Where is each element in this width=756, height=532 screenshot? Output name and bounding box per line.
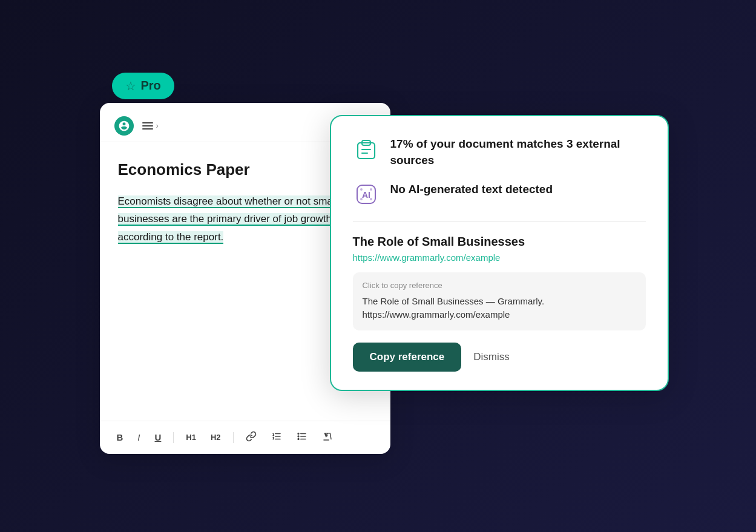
source-title: The Role of Small Businesses	[353, 235, 646, 249]
source-url[interactable]: https://www.grammarly.com/example	[353, 252, 646, 263]
h1-button[interactable]: H1	[183, 432, 199, 443]
menu-icon[interactable]	[142, 122, 153, 130]
ordered-list-button[interactable]	[269, 430, 284, 445]
svg-point-8	[298, 439, 299, 440]
doc-toolbar: B I U H1 H2	[100, 421, 390, 454]
clear-format-button[interactable]	[320, 430, 335, 445]
svg-point-7	[298, 436, 299, 437]
grammarly-logo	[114, 116, 134, 136]
svg-point-18	[370, 188, 372, 191]
svg-point-6	[298, 433, 299, 435]
underline-button[interactable]: U	[153, 431, 164, 444]
svg-point-19	[360, 198, 363, 200]
chevron-right-icon: ›	[156, 121, 159, 130]
h2-button[interactable]: H2	[208, 432, 223, 443]
stat-ai-text: No AI-generated text detected	[390, 181, 553, 198]
bold-button[interactable]: B	[114, 431, 126, 444]
reference-hint: Click to copy reference	[363, 281, 636, 290]
stat-matches-text: 17% of your document matches 3 external …	[390, 136, 646, 169]
star-icon: ☆	[125, 79, 136, 93]
panel-divider	[353, 221, 646, 222]
svg-text:AI: AI	[362, 190, 370, 200]
toolbar-separator-2	[233, 432, 234, 443]
svg-point-20	[370, 198, 372, 200]
clipboard-icon	[353, 136, 380, 162]
pro-badge[interactable]: ☆ Pro	[112, 73, 174, 99]
italic-button[interactable]: I	[135, 431, 142, 444]
reference-text: The Role of Small Businesses — Grammarly…	[363, 295, 636, 322]
doc-menu[interactable]: ›	[142, 121, 159, 130]
unordered-list-button[interactable]	[294, 430, 310, 445]
stat-ai: AI No AI-generated text detected	[353, 181, 646, 208]
pro-label: Pro	[141, 79, 161, 93]
svg-line-10	[330, 434, 331, 439]
copy-reference-button[interactable]: Copy reference	[353, 343, 462, 372]
ai-icon: AI	[353, 181, 380, 208]
toolbar-separator	[173, 432, 174, 443]
stat-matches: 17% of your document matches 3 external …	[353, 136, 646, 169]
svg-point-17	[360, 188, 363, 191]
dismiss-button[interactable]: Dismiss	[473, 351, 510, 363]
link-button[interactable]	[243, 430, 259, 445]
panel-actions: Copy reference Dismiss	[353, 343, 646, 372]
reference-box[interactable]: Click to copy reference The Role of Smal…	[353, 272, 646, 330]
highlighted-passage: Economists disagree about whether or not…	[118, 195, 338, 245]
panel-card: 17% of your document matches 3 external …	[330, 115, 669, 391]
